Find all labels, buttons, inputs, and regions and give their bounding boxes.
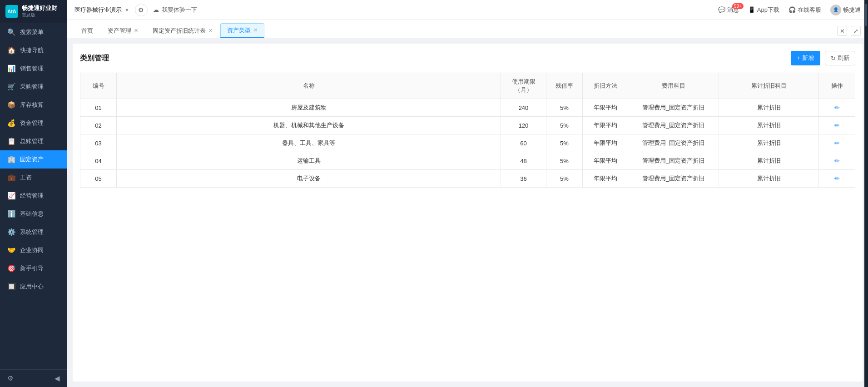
edit-button[interactable]: ✏ [834,122,840,129]
basic-icon: ℹ️ [7,210,15,218]
sidebar-item-purchase[interactable]: 🛒 采购管理 [0,78,67,96]
cell-action: ✏ [819,134,855,152]
app-logo: AtA [5,5,18,18]
settings-button[interactable]: ⚙ [135,4,148,16]
app-title: 畅捷通好业财 [22,5,57,12]
fixed-assets-icon: 🏢 [7,155,15,164]
sidebar-item-quicknav[interactable]: 🏠 快捷导航 [0,41,67,60]
sales-icon: 📊 [7,64,15,73]
tab-home[interactable]: 首页 [74,23,100,38]
cell-code: 01 [80,99,117,117]
sidebar-item-sales[interactable]: 📊 销售管理 [0,60,67,78]
cell-residual: 5% [546,99,583,117]
close-tab-asset-mgmt[interactable]: ✕ [134,28,138,34]
col-header-method: 折旧方法 [583,73,628,99]
table-row: 05 电子设备 36 5% 年限平均 管理费用_固定资产折旧 累计折旧 ✏ [80,170,855,188]
cell-period: 120 [501,117,546,134]
col-header-name: 名称 [117,73,501,99]
cell-code: 02 [80,117,117,134]
cell-action: ✏ [819,152,855,170]
cell-method: 年限平均 [583,117,628,134]
tab-asset-type-label: 资产类型 [227,26,251,35]
cell-period: 36 [501,170,546,188]
main-content: 医疗器械行业演示 ▼ ⚙ ☁ 我要体验一下 💬 消息 99 📱 App下载 [67,0,868,387]
sidebar-item-label: 总账管理 [20,137,44,145]
sidebar-item-label: 系统管理 [20,228,44,236]
sidebar-item-label: 经营管理 [20,192,44,200]
payroll-icon: 💼 [7,174,15,182]
purchase-icon: 🛒 [7,83,15,91]
cell-period: 48 [501,152,546,170]
cell-expense: 管理费用_固定资产折旧 [628,134,719,152]
cell-accum: 累计折旧 [719,170,819,188]
collapse-icon[interactable]: ◀ [55,374,60,382]
page-actions: + 新增 ↻ 刷新 [791,51,855,65]
cell-period: 60 [501,134,546,152]
cell-accum: 累计折旧 [719,99,819,117]
sidebar-item-appcenter[interactable]: 🔲 应用中心 [0,278,67,296]
topbar-right: 💬 消息 99 📱 App下载 🎧 在线客服 👤 畅捷通 [718,5,861,15]
sidebar-item-collab[interactable]: 🤝 企业协同 [0,241,67,259]
collab-icon: 🤝 [7,246,15,254]
close-tab-depreciation[interactable]: ✕ [208,28,213,34]
sidebar-item-label: 库存核算 [20,101,44,109]
message-action[interactable]: 💬 消息 99 [718,6,739,14]
expand-window-button[interactable]: ⤢ [851,26,861,36]
close-window-button[interactable]: ✕ [837,26,847,36]
edit-button[interactable]: ✏ [834,139,840,147]
col-header-code: 编号 [80,73,117,99]
sidebar-item-inventory[interactable]: 📦 库存核算 [0,96,67,114]
page-content: 类别管理 + 新增 ↻ 刷新 编号 名称 使用期限（月） 残值率 折旧方法 费用… [73,44,863,382]
message-badge: 99 [732,3,744,9]
sidebar-item-operations[interactable]: 📈 经营管理 [0,187,67,205]
sidebar-item-label: 资金管理 [20,119,44,127]
sidebar-item-label: 搜索菜单 [20,28,44,36]
tab-asset-mgmt[interactable]: 资产管理 ✕ [101,23,145,38]
cell-expense: 管理费用_固定资产折旧 [628,99,719,117]
sidebar-item-search[interactable]: 🔍 搜索菜单 [0,23,67,41]
search-icon: 🔍 [7,28,15,36]
sidebar-item-guide[interactable]: 🎯 新手引导 [0,259,67,278]
ledger-icon: 📋 [7,137,15,145]
edit-button[interactable]: ✏ [834,175,840,182]
topbar-left: 医疗器械行业演示 ▼ ⚙ ☁ 我要体验一下 [74,4,197,16]
sidebar: AtA 畅捷通好业财 普及版 🔍 搜索菜单 🏠 快捷导航 📊 销售管理 🛒 采购… [0,0,67,387]
cell-name: 运输工具 [117,152,501,170]
sidebar-scrollbar[interactable] [864,0,868,387]
topbar: 医疗器械行业演示 ▼ ⚙ ☁ 我要体验一下 💬 消息 99 📱 App下载 [67,0,868,20]
cell-accum: 累计折旧 [719,152,819,170]
app-download-action[interactable]: 📱 App下载 [748,6,779,14]
company-selector[interactable]: 医疗器械行业演示 ▼ [74,6,129,14]
cell-accum: 累计折旧 [719,117,819,134]
user-action[interactable]: 👤 畅捷通 [830,5,861,15]
tabbar-right: ✕ ⤢ [837,26,861,38]
user-label: 畅捷通 [843,6,861,14]
sidebar-item-label: 固定资产 [20,155,44,164]
new-button[interactable]: + 新增 [791,51,820,65]
col-header-residual: 残值率 [546,73,583,99]
close-tab-asset-type[interactable]: ✕ [253,27,258,33]
sidebar-item-label: 采购管理 [20,83,44,91]
sidebar-item-label: 工资 [20,174,32,182]
tab-asset-type[interactable]: 资产类型 ✕ [220,23,264,38]
sidebar-item-system[interactable]: ⚙️ 系统管理 [0,223,67,241]
edit-button[interactable]: ✏ [834,157,840,164]
col-header-expense: 费用科目 [628,73,719,99]
experience-button[interactable]: ☁ 我要体验一下 [153,6,197,14]
edit-button[interactable]: ✏ [834,104,840,111]
cell-code: 04 [80,152,117,170]
sidebar-item-basic[interactable]: ℹ️ 基础信息 [0,205,67,223]
refresh-button[interactable]: ↻ 刷新 [825,51,855,65]
col-header-period: 使用期限（月） [501,73,546,99]
refresh-label: 刷新 [838,54,849,62]
experience-label: 我要体验一下 [162,6,197,14]
sidebar-item-ledger[interactable]: 📋 总账管理 [0,132,67,150]
sidebar-item-capital[interactable]: 💰 资金管理 [0,114,67,132]
sidebar-item-label: 企业协同 [20,246,44,254]
support-action[interactable]: 🎧 在线客服 [789,6,821,14]
sidebar-item-fixed-assets[interactable]: 🏢 固定资产 [0,150,67,169]
settings-icon[interactable]: ⚙ [7,374,13,382]
sidebar-item-payroll[interactable]: 💼 工资 [0,169,67,187]
cell-name: 房屋及建筑物 [117,99,501,117]
tab-depreciation[interactable]: 固定资产折旧统计表 ✕ [146,23,219,38]
